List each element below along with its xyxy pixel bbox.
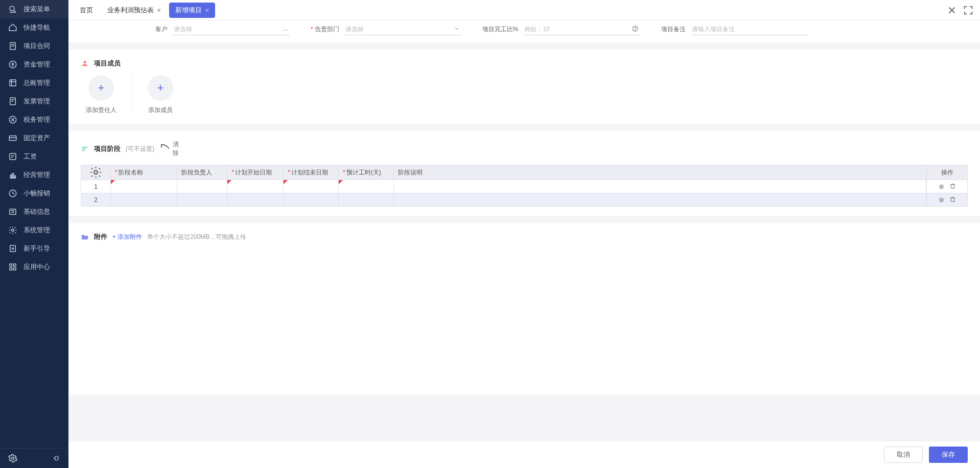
sidebar-item-fund[interactable]: 资金管理 <box>0 55 68 74</box>
chevron-down-icon[interactable] <box>452 26 462 33</box>
delete-row-icon[interactable] <box>949 196 956 204</box>
cell-end[interactable] <box>284 193 339 206</box>
svg-rect-20 <box>11 175 12 178</box>
cell-name[interactable] <box>111 180 177 193</box>
cell-hours[interactable] <box>339 180 394 193</box>
phases-icon <box>81 145 89 153</box>
svg-rect-31 <box>14 264 16 266</box>
svg-point-0 <box>10 6 14 11</box>
help-icon[interactable] <box>629 25 641 34</box>
department-input[interactable] <box>344 24 449 35</box>
add-row-icon[interactable]: ⊕ <box>939 183 944 190</box>
sidebar-item-ledger[interactable]: 总账管理 <box>0 74 68 92</box>
col-start: *计划开始日期 <box>227 165 284 180</box>
divider <box>132 75 132 115</box>
completion-input[interactable] <box>523 24 626 35</box>
cell-desc[interactable] <box>394 193 926 206</box>
chart-icon <box>8 170 17 180</box>
guide-icon <box>8 244 17 253</box>
svg-point-44 <box>94 171 98 174</box>
sidebar-label: 小畅报销 <box>24 189 50 198</box>
customer-input[interactable] <box>173 24 277 35</box>
close-icon[interactable]: × <box>205 6 209 14</box>
svg-point-27 <box>12 229 14 232</box>
add-attachment-button[interactable]: + 添加附件 <box>112 233 142 241</box>
collapse-icon[interactable] <box>51 454 60 463</box>
settings-col[interactable] <box>81 165 111 180</box>
add-row-icon[interactable]: ⊕ <box>939 196 944 204</box>
search-icon <box>8 5 17 14</box>
tab-profit[interactable]: 业务利润预估表 × <box>101 3 167 18</box>
info-icon <box>8 207 17 216</box>
tabs: 首页 业务利润预估表 × 新增项目 × <box>68 0 980 20</box>
close-panel-icon[interactable] <box>946 5 958 16</box>
cell-name[interactable] <box>111 193 177 206</box>
apps-icon <box>8 262 17 272</box>
sidebar-item-guide[interactable]: 新手引导 <box>0 239 68 258</box>
cell-desc[interactable] <box>394 180 926 193</box>
sidebar-item-salary[interactable]: 工资 <box>0 147 68 166</box>
svg-rect-22 <box>14 176 15 179</box>
tab-label: 业务利润预估表 <box>107 6 154 15</box>
sidebar-label: 税务管理 <box>24 115 50 124</box>
folder-icon <box>81 233 89 241</box>
tab-home[interactable]: 首页 <box>74 3 99 18</box>
sidebar-item-invoice[interactable]: 发票管理 <box>0 92 68 110</box>
phase-table: *阶段名称 阶段负责人 *计划开始日期 *计划结束日期 *预计工时(天) 阶段说… <box>81 165 968 207</box>
cell-start[interactable] <box>227 180 284 193</box>
sidebar-item-appcenter[interactable]: 应用中心 <box>0 258 68 276</box>
form-label: 项目完工比% <box>482 25 519 34</box>
gear-icon <box>8 226 17 235</box>
sidebar-label: 系统管理 <box>24 226 50 235</box>
sidebar-label: 发票管理 <box>24 97 50 106</box>
cell-start[interactable] <box>227 193 284 206</box>
svg-point-40 <box>83 61 86 63</box>
expense-icon <box>8 189 17 198</box>
close-icon[interactable]: × <box>157 6 161 14</box>
sidebar-item-tax[interactable]: 税务管理 <box>0 110 68 129</box>
add-owner-button[interactable]: + 添加责任人 <box>86 75 116 115</box>
col-action: 操作 <box>926 165 967 180</box>
form-customer: 客户 ··· <box>155 24 290 35</box>
tab-label: 新增项目 <box>175 6 202 15</box>
sidebar-item-search[interactable]: 搜索菜单 <box>0 0 68 18</box>
table-row: 1 ⊕ <box>81 180 967 193</box>
cell-person[interactable] <box>177 193 227 206</box>
members-section: 项目成员 + 添加责任人 + 添加成员 <box>68 50 980 131</box>
clear-button[interactable]: 清除 <box>159 140 180 158</box>
col-name: *阶段名称 <box>111 165 177 180</box>
sidebar-item-nav[interactable]: 快捷导航 <box>0 18 68 37</box>
col-person: 阶段负责人 <box>177 165 227 180</box>
svg-rect-33 <box>14 268 16 271</box>
fullscreen-icon[interactable] <box>963 5 974 16</box>
save-button[interactable]: 保存 <box>929 447 968 463</box>
content[interactable]: 客户 ··· 负责部门 <box>68 20 980 468</box>
form-label: 负责部门 <box>311 25 339 34</box>
sidebar-label: 基础信息 <box>24 207 50 216</box>
cell-hours[interactable] <box>339 193 394 206</box>
cancel-button[interactable]: 取消 <box>884 447 923 463</box>
sidebar-item-base[interactable]: 基础信息 <box>0 203 68 221</box>
sidebar-item-system[interactable]: 系统管理 <box>0 221 68 239</box>
sidebar-label: 搜索菜单 <box>24 5 50 14</box>
cell-person[interactable] <box>177 180 227 193</box>
sidebar-label: 新手引导 <box>24 244 50 253</box>
sidebar-item-contract[interactable]: 项目合同 <box>0 37 68 55</box>
home-icon <box>8 23 17 32</box>
more-icon[interactable]: ··· <box>281 26 290 33</box>
sidebar-item-operate[interactable]: 经营管理 <box>0 166 68 184</box>
add-member-button[interactable]: + 添加成员 <box>148 75 173 115</box>
tab-new-project[interactable]: 新增项目 × <box>169 3 215 18</box>
form-department: 负责部门 <box>311 24 462 35</box>
sidebar-item-asset[interactable]: 固定资产 <box>0 129 68 147</box>
col-hours: *预计工时(天) <box>339 165 394 180</box>
remark-input[interactable] <box>691 24 808 35</box>
sidebar-label: 快捷导航 <box>24 23 50 32</box>
phases-section: 项目阶段 (可不设置) 清除 *阶段名称 阶段 <box>68 131 980 223</box>
sidebar-item-expense[interactable]: 小畅报销 <box>0 184 68 203</box>
delete-row-icon[interactable] <box>949 183 956 191</box>
cell-end[interactable] <box>284 180 339 193</box>
sidebar-label: 固定资产 <box>24 133 50 143</box>
plus-icon: + <box>88 75 114 101</box>
settings-icon[interactable] <box>8 454 17 463</box>
